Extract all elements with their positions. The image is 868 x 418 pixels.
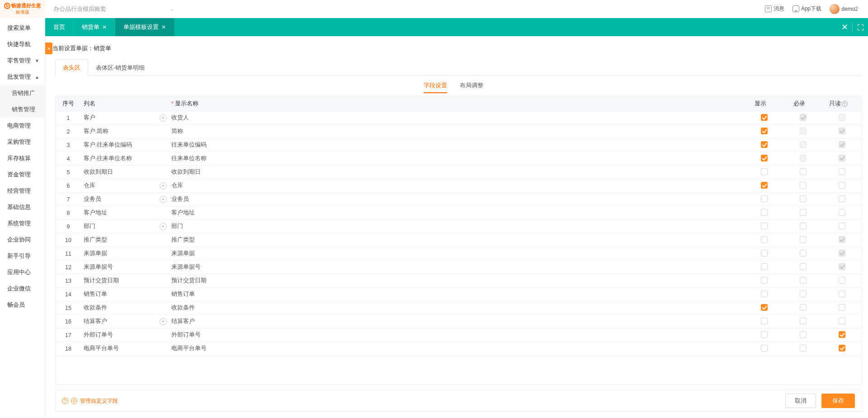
checkbox[interactable] [761,345,768,352]
tab[interactable]: 单据模板设置✕ [115,18,175,36]
cell-display-name[interactable]: 收款到期日 [169,168,745,176]
sidebar-item[interactable]: 企业微信 [0,280,45,297]
add-icon[interactable]: + [160,114,167,122]
inner-tab[interactable]: 表头区 [55,59,88,76]
sidebar-item[interactable]: 畅会员 [0,297,45,313]
sidebar-item[interactable]: 基础信息 [0,199,45,215]
sidebar-item[interactable]: 电商管理 [0,118,45,134]
checkbox[interactable] [800,195,807,202]
checkbox[interactable] [800,168,807,175]
sidebar-subitem[interactable]: 营销推广 [0,85,45,101]
checkbox[interactable] [761,128,768,134]
checkbox[interactable] [800,263,807,270]
checkbox[interactable] [761,141,768,148]
checkbox[interactable] [839,223,845,229]
checkbox[interactable] [800,277,807,284]
checkbox[interactable] [761,290,768,297]
messages-button[interactable]: 消息 [765,5,784,13]
cell-display-name[interactable]: 推广类型 [169,236,745,244]
checkbox[interactable] [800,304,807,311]
cell-display-name[interactable]: 客户地址 [169,209,745,217]
cell-display-name[interactable]: 电商平台单号 [169,345,745,352]
checkbox[interactable] [839,209,845,216]
sidebar-item[interactable]: 资金管理 [0,166,45,183]
user-menu[interactable]: demo2 [830,4,858,14]
checkbox[interactable] [761,195,768,202]
checkbox[interactable] [800,345,807,352]
account-selector[interactable]: 办公品行业模拟账套 ⌄ [53,5,175,13]
checkbox[interactable] [761,236,768,243]
checkbox[interactable] [761,209,768,216]
save-button[interactable]: 保存 [821,394,855,408]
sidebar-item[interactable]: 批发管理▲ [0,69,45,85]
add-icon[interactable]: + [160,318,167,325]
sidebar-item[interactable]: 零售管理▼ [0,52,45,69]
checkbox[interactable] [839,195,845,202]
checkbox[interactable] [800,182,807,189]
cell-display-name[interactable]: 预计交货日期 [169,277,745,285]
tab[interactable]: 首页 [45,18,74,36]
checkbox[interactable] [839,290,845,297]
collapse-handle[interactable]: » [45,43,52,54]
cell-display-name[interactable]: 收款条件 [169,304,745,312]
cell-display-name[interactable]: 往来单位名称 [169,155,745,162]
checkbox[interactable] [839,277,845,284]
checkbox[interactable] [761,155,768,162]
cell-display-name[interactable]: 简称 [169,128,745,135]
sidebar-item[interactable]: 经营管理 [0,183,45,199]
add-icon[interactable]: + [160,196,167,203]
sidebar-item[interactable]: 应用中心 [0,264,45,280]
checkbox[interactable] [800,331,807,338]
app-download-button[interactable]: App下载 [793,5,821,13]
sidebar-item[interactable]: 采购管理 [0,134,45,150]
checkbox[interactable] [761,250,768,256]
checkbox[interactable] [800,209,807,216]
checkbox[interactable] [761,304,768,311]
cell-display-name[interactable]: 收货人 [169,114,745,122]
help-icon[interactable]: ? [842,101,848,107]
checkbox[interactable] [839,168,845,175]
checkbox[interactable] [839,331,845,338]
checkbox[interactable] [800,318,807,324]
checkbox[interactable] [761,114,768,121]
sidebar-item[interactable]: 搜索菜单 [0,20,45,36]
manage-custom-fields-link[interactable]: ? 管理自定义字段 [62,397,118,405]
close-icon[interactable]: ✕ [161,24,166,30]
sidebar-item[interactable]: 新手引导 [0,248,45,264]
close-icon[interactable]: ✕ [102,24,107,30]
checkbox[interactable] [761,263,768,270]
checkbox[interactable] [800,236,807,243]
cancel-button[interactable]: 取消 [785,394,816,408]
inner-tab[interactable]: 表体区-销货单明细 [88,59,152,76]
sub-switch-item[interactable]: 字段设置 [424,81,447,93]
sidebar-item[interactable]: 库存核算 [0,150,45,166]
close-all-button[interactable]: ✕ [837,18,852,36]
sidebar-item[interactable]: 系统管理 [0,215,45,232]
checkbox[interactable] [800,250,807,256]
checkbox[interactable] [761,277,768,284]
checkbox[interactable] [761,223,768,229]
checkbox[interactable] [761,182,768,189]
checkbox[interactable] [800,223,807,229]
checkbox[interactable] [761,318,768,324]
cell-display-name[interactable]: 仓库 [169,182,745,190]
sidebar-item[interactable]: 快捷导航 [0,36,45,52]
fullscreen-button[interactable] [853,18,868,36]
cell-display-name[interactable]: 往来单位编码 [169,141,745,149]
checkbox[interactable] [839,318,845,324]
cell-display-name[interactable]: 外部订单号 [169,331,745,339]
checkbox[interactable] [839,345,845,352]
checkbox[interactable] [761,331,768,338]
sub-switch-item[interactable]: 布局调整 [460,81,483,93]
cell-display-name[interactable]: 结算客户 [169,318,745,325]
sidebar-subitem[interactable]: 销售管理 [0,101,45,118]
checkbox[interactable] [800,290,807,297]
checkbox[interactable] [761,168,768,175]
cell-display-name[interactable]: 来源单据号 [169,263,745,271]
cell-display-name[interactable]: 部门 [169,223,745,230]
cell-display-name[interactable]: 来源单据 [169,250,745,257]
checkbox[interactable] [839,304,845,311]
add-icon[interactable]: + [160,223,167,230]
cell-display-name[interactable]: 业务员 [169,195,745,203]
add-icon[interactable]: + [160,182,167,190]
